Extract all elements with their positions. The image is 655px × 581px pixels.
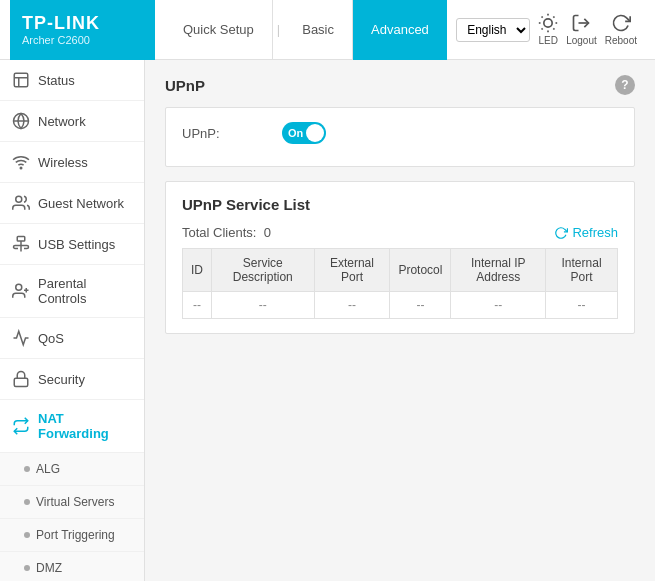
header-right: English LED Logout Reboot	[456, 13, 645, 46]
total-clients: Total Clients: 0	[182, 225, 271, 240]
toggle-knob	[306, 124, 324, 142]
sidebar-item-wireless[interactable]: Wireless	[0, 142, 144, 183]
sidebar-item-nat-forwarding[interactable]: NAT Forwarding	[0, 400, 144, 453]
header: TP-LINK Archer C2600 Quick Setup | Basic…	[0, 0, 655, 60]
sidebar-item-label: Network	[38, 114, 86, 129]
page-title: UPnP	[165, 77, 205, 94]
sub-item-port-triggering[interactable]: Port Triggering	[0, 519, 144, 552]
sub-dot	[24, 499, 30, 505]
sub-dot	[24, 466, 30, 472]
col-description: Service Description	[212, 249, 315, 292]
svg-line-4	[553, 28, 554, 29]
svg-point-16	[16, 196, 22, 202]
cell-id: --	[183, 292, 212, 319]
main-content: UPnP ? UPnP: On UPnP Service List Tot	[145, 60, 655, 581]
svg-rect-21	[14, 378, 28, 386]
svg-point-0	[544, 19, 552, 27]
sub-dot	[24, 532, 30, 538]
logo: TP-LINK Archer C2600	[10, 0, 155, 60]
sub-item-alg[interactable]: ALG	[0, 453, 144, 486]
svg-line-3	[542, 17, 543, 18]
sidebar-item-label: Status	[38, 73, 75, 88]
sidebar-item-label: NAT Forwarding	[38, 411, 132, 441]
language-select[interactable]: English	[456, 18, 530, 42]
service-list-title: UPnP Service List	[182, 196, 618, 213]
service-table: ID Service Description External Port Pro…	[182, 248, 618, 319]
nat-sub-items: ALG Virtual Servers Port Triggering DMZ …	[0, 453, 144, 581]
sidebar-item-security[interactable]: Security	[0, 359, 144, 400]
cell-protocol: --	[390, 292, 451, 319]
tab-basic[interactable]: Basic	[284, 0, 353, 60]
reboot-button[interactable]: Reboot	[605, 13, 637, 46]
upnp-toggle[interactable]: On	[282, 122, 326, 144]
layout: Status Network Wireless Guest Network US…	[0, 60, 655, 581]
list-header: Total Clients: 0 Refresh	[182, 225, 618, 240]
sidebar-item-parental-controls[interactable]: Parental Controls	[0, 265, 144, 318]
cell-internal-port: --	[546, 292, 618, 319]
sidebar-item-label: QoS	[38, 331, 64, 346]
sidebar-item-qos[interactable]: QoS	[0, 318, 144, 359]
col-id: ID	[183, 249, 212, 292]
toggle-text: On	[288, 127, 303, 139]
svg-line-7	[542, 28, 543, 29]
service-list-card: UPnP Service List Total Clients: 0 Refre…	[165, 181, 635, 334]
sidebar-item-guest-network[interactable]: Guest Network	[0, 183, 144, 224]
svg-rect-17	[17, 237, 25, 242]
logout-button[interactable]: Logout	[566, 13, 597, 46]
help-icon[interactable]: ?	[615, 75, 635, 95]
upnp-card: UPnP: On	[165, 107, 635, 167]
upnp-toggle-wrap: On	[282, 122, 326, 144]
sidebar-item-label: Security	[38, 372, 85, 387]
sub-item-dmz[interactable]: DMZ	[0, 552, 144, 581]
col-external-port: External Port	[314, 249, 390, 292]
tab-quick-setup[interactable]: Quick Setup	[165, 0, 273, 60]
svg-point-15	[20, 167, 22, 169]
sidebar-item-status[interactable]: Status	[0, 60, 144, 101]
tab-advanced[interactable]: Advanced	[353, 0, 447, 60]
cell-external-port: --	[314, 292, 390, 319]
section-title: UPnP ?	[165, 75, 635, 95]
col-internal-ip: Internal IP Address	[451, 249, 546, 292]
sidebar-item-label: USB Settings	[38, 237, 115, 252]
refresh-button[interactable]: Refresh	[554, 225, 618, 240]
svg-line-8	[553, 17, 554, 18]
sidebar: Status Network Wireless Guest Network US…	[0, 60, 145, 581]
sidebar-item-label: Wireless	[38, 155, 88, 170]
upnp-label: UPnP:	[182, 126, 282, 141]
sidebar-item-label: Parental Controls	[38, 276, 132, 306]
sidebar-item-usb-settings[interactable]: USB Settings	[0, 224, 144, 265]
sidebar-item-network[interactable]: Network	[0, 101, 144, 142]
svg-point-18	[16, 284, 22, 290]
upnp-row: UPnP: On	[182, 122, 618, 144]
col-internal-port: Internal Port	[546, 249, 618, 292]
nav-tabs: Quick Setup | Basic Advanced	[155, 0, 456, 60]
sidebar-item-label: Guest Network	[38, 196, 124, 211]
cell-internal-ip: --	[451, 292, 546, 319]
logo-model: Archer C2600	[22, 34, 155, 46]
sub-item-virtual-servers[interactable]: Virtual Servers	[0, 486, 144, 519]
table-row: -- -- -- -- -- --	[183, 292, 618, 319]
svg-rect-10	[14, 73, 28, 87]
cell-description: --	[212, 292, 315, 319]
col-protocol: Protocol	[390, 249, 451, 292]
sub-dot	[24, 565, 30, 571]
led-button[interactable]: LED	[538, 13, 558, 46]
logo-brand: TP-LINK	[22, 13, 155, 34]
